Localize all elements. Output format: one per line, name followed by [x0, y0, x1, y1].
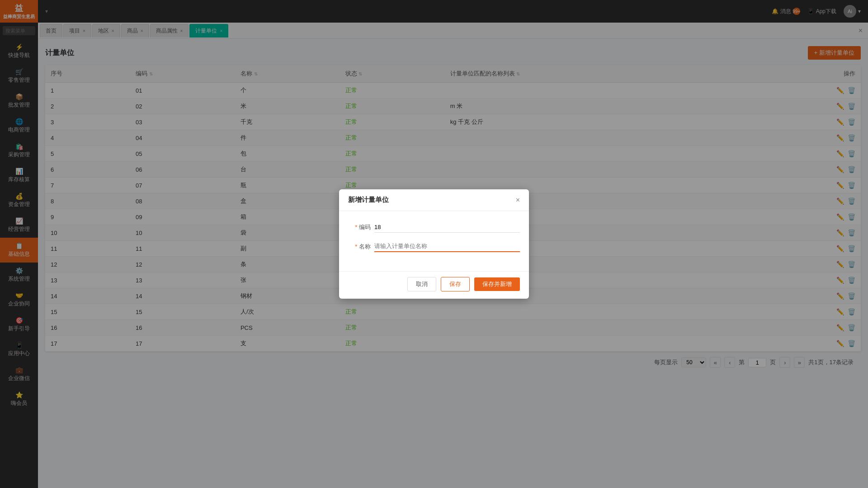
dialog-close-button[interactable]: × [516, 196, 520, 204]
form-row-code: * 编码 [348, 222, 520, 233]
save-button[interactable]: 保存 [441, 277, 470, 291]
save-and-new-button[interactable]: 保存并新增 [474, 277, 520, 291]
dialog-header: 新增计量单位 × [339, 189, 529, 211]
required-mark-code: * [355, 224, 357, 230]
required-mark-name: * [355, 243, 357, 250]
code-input[interactable] [374, 222, 520, 233]
name-label: * 名称 [348, 243, 371, 251]
dialog-body: * 编码 * 名称 [339, 211, 529, 271]
form-row-name: * 名称 [348, 241, 520, 252]
dialog-footer: 取消 保存 保存并新增 [339, 271, 529, 299]
cancel-button[interactable]: 取消 [407, 277, 436, 291]
add-unit-dialog: 新增计量单位 × * 编码 * 名称 取消 保存 保存并新增 [339, 189, 529, 299]
dialog-title: 新增计量单位 [348, 196, 389, 204]
code-label: * 编码 [348, 223, 371, 231]
modal-overlay[interactable]: 新增计量单位 × * 编码 * 名称 取消 保存 保存并新增 [0, 0, 868, 488]
name-input[interactable] [374, 241, 520, 252]
